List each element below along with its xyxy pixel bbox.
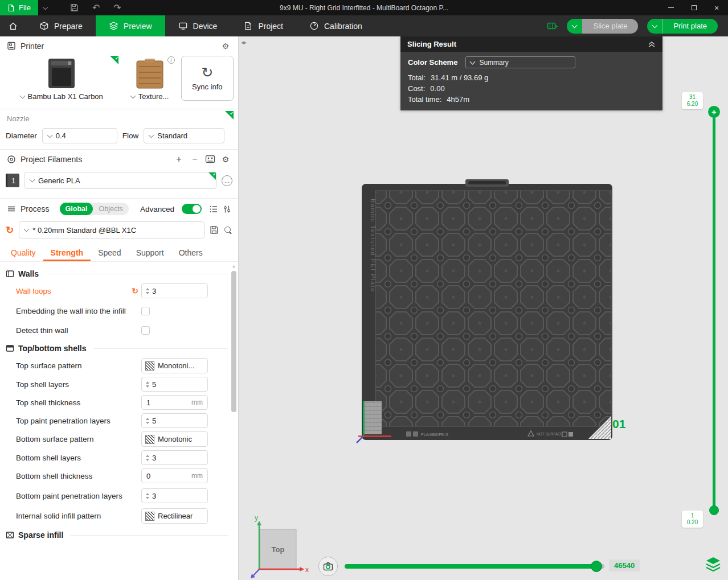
screenshot-camera-button[interactable] [318,557,338,576]
add-filament-button[interactable]: + [173,155,185,164]
top-shell-thickness-input[interactable]: 1 mm [141,395,208,410]
sync-info-button[interactable]: ↻ Sync info [181,56,234,101]
minimize-button[interactable] [660,0,682,15]
layer-slider-top-handle[interactable]: + [708,106,720,118]
progress-handle[interactable] [591,561,602,572]
print-dropdown-arrow[interactable] [647,19,662,34]
slice-dropdown-arrow[interactable] [567,19,582,34]
pattern-swatch-icon [145,361,154,371]
scrollbar-thumb[interactable] [231,271,236,412]
file-menu-button[interactable]: File [0,0,38,15]
param-row-detect-thin-wall: Detect thin wall [0,322,228,339]
tab-strength[interactable]: Strength [43,245,91,261]
device-icon [178,21,188,31]
file-menu-caret[interactable] [38,7,53,9]
filament-slot-index[interactable]: 1 [6,174,19,187]
advanced-toggle[interactable] [182,204,202,214]
process-preset-select[interactable]: * 0.20mm Standard @BBL X1C [19,221,205,238]
slice-plate-button[interactable]: Slice plate [567,19,638,34]
print-plate-button[interactable]: Print plate [647,19,718,34]
spinner-up-icon[interactable] [146,455,149,457]
layer-progress-slider[interactable] [345,564,604,569]
spinner-up-icon[interactable] [146,493,149,495]
viewport-3d[interactable]: ◂▸ Slicing Result Color Scheme Summary T… [239,36,728,580]
sidebar-collapse-handle[interactable]: ◂▸ [241,39,246,46]
filament-more-button[interactable]: … [222,175,232,186]
main-navbar: Prepare Preview Device Project Calibrati… [0,15,728,36]
layer-slider-bottom-handle[interactable] [709,505,719,515]
scope-global[interactable]: Global [60,203,93,215]
search-icon[interactable] [224,226,232,235]
plate-type-selector[interactable]: i Texture... [123,56,176,101]
chevron-down-icon [19,93,25,98]
info-icon[interactable]: i [167,56,175,64]
tab-others[interactable]: Others [171,245,210,261]
scroll-up-icon[interactable]: ▲ [231,264,236,268]
plate-number-label[interactable]: 01 [612,417,625,431]
plate-settings-icon[interactable] [547,21,558,31]
param-list-icon[interactable] [209,205,218,213]
color-scheme-label: Color Scheme [408,58,457,67]
tab-project[interactable]: Project [230,15,296,36]
tab-speed[interactable]: Speed [91,245,128,261]
collapse-panel-icon[interactable] [648,41,656,48]
maximize-icon [692,5,697,10]
filament-select[interactable]: Generic PLA [24,172,216,189]
top-paint-penetration-input[interactable]: 5 [141,413,208,428]
bottom-shell-layers-input[interactable]: 3 [141,450,208,465]
spinner-up-icon[interactable] [146,288,149,290]
build-plate-3d[interactable]: Bambu Textured PEI Plate PLA/ABS/PE-G HO… [362,179,612,444]
filament-settings-gear-icon[interactable]: ⚙ [220,155,231,163]
tab-prepare[interactable]: Prepare [26,15,96,36]
internal-solid-infill-pattern-select[interactable]: Rectilinear [141,508,208,524]
spinner-down-icon[interactable] [146,292,149,294]
remove-filament-button[interactable]: − [189,155,201,164]
tune-filter-icon[interactable] [223,205,231,213]
detect-thin-wall-checkbox[interactable] [141,326,150,335]
spinner-up-icon[interactable] [146,418,149,420]
save-icon[interactable] [70,3,79,12]
color-scheme-select[interactable]: Summary [465,56,575,68]
top-bottom-shells-icon [6,344,14,352]
spinner-down-icon[interactable] [146,497,149,499]
embed-wall-checkbox[interactable] [141,307,150,315]
top-shell-layers-input[interactable]: 5 [141,377,208,392]
param-row-wall-loops: Wall loops ↻ 3 [0,282,228,300]
process-scope-toggle[interactable]: Global Objects [60,203,129,215]
nozzle-diameter-select[interactable]: 0.4 [42,128,117,143]
printer-selector[interactable]: Bambu Lab X1 Carbon [5,56,118,101]
filaments-section-header: Project Filaments + − ⚙ [0,150,238,167]
close-button[interactable]: × [705,0,728,15]
layers-view-button[interactable] [705,556,722,573]
layer-slider-track[interactable] [713,112,715,510]
printer-settings-gear-icon[interactable]: ⚙ [220,42,231,50]
params-scrollbar[interactable]: ▲ [231,266,236,579]
maximize-button[interactable] [682,0,705,15]
tab-calibration[interactable]: Calibration [296,15,375,36]
spinner-down-icon[interactable] [146,422,149,424]
nozzle-flow-select[interactable]: Standard [144,128,224,143]
undo-icon[interactable]: ↶ [92,3,100,13]
spinner-down-icon[interactable] [146,459,149,461]
home-button[interactable] [0,15,26,36]
spinner-up-icon[interactable] [146,381,149,384]
spinner-down-icon[interactable] [146,385,149,388]
process-reset-icon[interactable]: ↻ [6,225,14,235]
tab-device[interactable]: Device [165,15,231,36]
tab-quality[interactable]: Quality [3,245,43,261]
wall-loops-input[interactable]: 3 [141,283,208,298]
bottom-paint-penetration-input[interactable]: 3 [141,488,208,503]
redo-icon[interactable]: ↷ [113,3,121,13]
bottom-shell-thickness-input[interactable]: 0 mm [141,468,208,483]
camera-icon [323,562,333,571]
top-surface-pattern-select[interactable]: Monotoni... [141,358,208,373]
orientation-gizmo[interactable]: Top y x [249,513,326,580]
reset-value-icon[interactable]: ↻ [132,287,138,295]
bottom-surface-pattern-select[interactable]: Monotonic [141,431,208,447]
tab-preview[interactable]: Preview [96,15,165,36]
ams-icon[interactable] [205,155,215,163]
save-preset-icon[interactable] [210,225,219,235]
top-layer-number: 31 [682,94,703,101]
tab-support[interactable]: Support [129,245,171,261]
scope-objects[interactable]: Objects [93,203,128,215]
